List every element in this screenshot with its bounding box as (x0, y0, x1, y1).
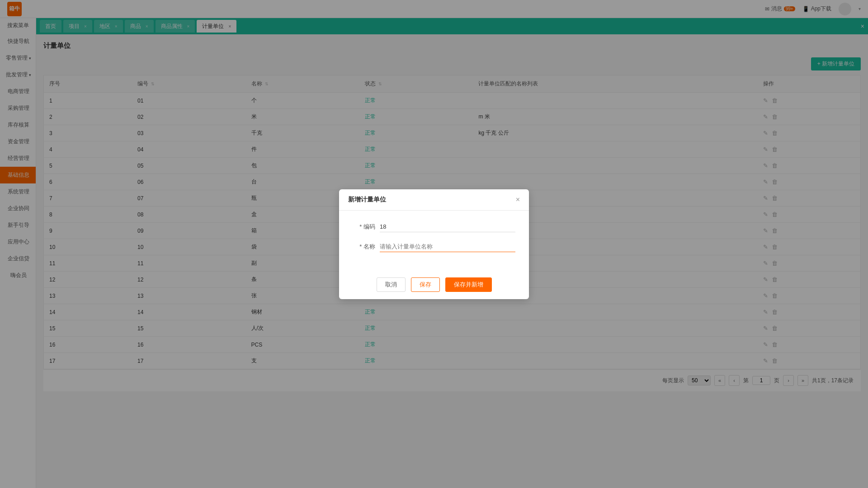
modal-header: 新增计量单位 × (339, 189, 529, 211)
modal-close-button[interactable]: × (516, 196, 520, 203)
save-add-button[interactable]: 保存并新增 (445, 277, 492, 292)
code-input[interactable] (380, 221, 515, 232)
save-button[interactable]: 保存 (411, 277, 440, 292)
modal-body: * 编码 * 名称 (339, 211, 529, 272)
modal-title: 新增计量单位 (348, 196, 386, 204)
cancel-button[interactable]: 取消 (377, 277, 406, 292)
form-row-code: * 编码 (353, 221, 515, 232)
code-label: * 编码 (353, 223, 375, 231)
name-label: * 名称 (353, 243, 375, 251)
app-wrapper: 箱牛 ✉ 消息 99+ 📱 App下载 ▾ 搜索菜单 快捷导航 零售管理 ▾ 批… (0, 0, 868, 488)
add-unit-modal: 新增计量单位 × * 编码 * 名称 取消 保存 保存并新增 (339, 189, 529, 299)
modal-footer: 取消 保存 保存并新增 (339, 272, 529, 299)
form-row-name: * 名称 (353, 241, 515, 252)
modal-overlay[interactable]: 新增计量单位 × * 编码 * 名称 取消 保存 保存并新增 (0, 0, 868, 488)
name-input[interactable] (380, 241, 515, 252)
